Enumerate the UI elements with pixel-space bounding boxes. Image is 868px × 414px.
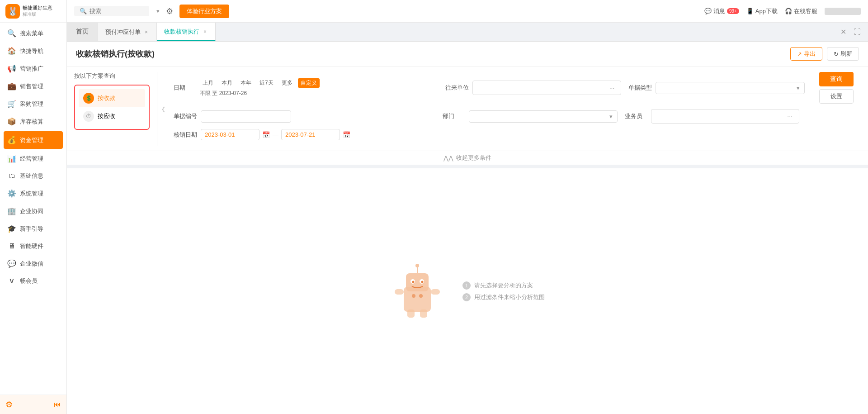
wechat-icon: 💬 [7,259,16,268]
user-profile[interactable] [825,8,861,15]
dept-select[interactable]: ▾ [469,110,617,123]
sidebar-item-quicknav[interactable]: 🏠 快捷导航 [0,42,66,60]
tabbar-expand-icon[interactable]: ⛶ [852,27,863,37]
member-icon: V [7,277,16,285]
sidebar-item-sysmanage[interactable]: ⚙️ 系统管理 [0,185,66,202]
message-button[interactable]: 💬 消息 99+ [704,7,739,15]
app-download-icon: 📱 [746,8,754,14]
topbar-search-input[interactable] [90,8,144,14]
page-header-actions: ↗ 导出 ↻ 刷新 [790,47,859,66]
form-row-2: 单据编号 部门 ▾ 业务员 ··· [174,109,861,124]
export-button[interactable]: ↗ 导出 [790,47,822,61]
collapse-conditions-bar[interactable]: ⋀⋀ 收起更多条件 [67,151,868,165]
date-custom[interactable]: 自定义 [298,78,320,88]
verify-date-end-input[interactable] [281,129,340,140]
empty-step-2: 2 用过滤条件来缩小分析范围 [462,293,545,301]
online-service-button[interactable]: 🎧 在线客服 [785,7,817,15]
bill-no-label: 单据编号 [174,112,197,120]
date-this-year[interactable]: 本年 [238,78,254,88]
filter-sidebar: 按以下方案查询 💲 按收款 ⏱ 按应收 [67,72,157,146]
topbar-search-box[interactable]: 🔍 [74,6,149,16]
hardware-icon: 🖥 [7,242,16,250]
topbar-gear-icon[interactable]: ⚙ [166,6,173,16]
user-name [825,8,861,15]
marketing-icon: 📢 [7,64,16,73]
tab-prepay[interactable]: 预付冲应付单 × [98,23,157,41]
svg-point-7 [415,264,419,267]
query-button[interactable]: 查询 [819,72,854,86]
tabbar-close-icon[interactable]: ✕ [839,27,848,37]
sidebar-item-finance[interactable]: 💰 资金管理 [4,131,63,149]
counterparty-label: 往来单位 [445,84,469,92]
sidebar-item-wechat[interactable]: 💬 企业微信 [0,255,66,272]
tab-home[interactable]: 首页 [67,23,98,41]
tab-prepay-close[interactable]: × [143,28,149,36]
tab-home-label: 首页 [76,28,89,36]
staff-ellipsis-icon[interactable]: ··· [785,112,794,121]
sidebar-label-inventory: 库存核算 [20,118,43,126]
sidebar-item-basicinfo[interactable]: 🗂 基础信息 [0,167,66,185]
svg-rect-1 [406,273,429,291]
staff-input[interactable]: ··· [651,109,799,124]
sidebar-label-sales: 销售管理 [20,82,43,90]
collapse-conditions-button[interactable]: ⋀⋀ 收起更多条件 [443,154,491,162]
bill-no-input[interactable] [201,110,291,123]
sidebar-item-search[interactable]: 🔍 搜索菜单 [0,24,66,42]
page-header: 收款核销执行(按收款) ↗ 导出 ↻ 刷新 [67,42,868,67]
staff-label: 业务员 [625,112,647,120]
sidebar-label-sysmanage: 系统管理 [20,190,43,198]
message-icon: 💬 [704,8,712,14]
sidebar-item-member[interactable]: V 畅会员 [0,272,66,290]
date-7days[interactable]: 近7天 [257,78,276,88]
bill-type-select[interactable]: ▾ [656,82,805,94]
sidebar-item-sales[interactable]: 💼 销售管理 [0,77,66,95]
query-buttons: 查询 设置 [812,72,861,104]
tab-receipt[interactable]: 收款核销执行 × [157,23,216,41]
empty-illustration [390,262,444,321]
settings-button[interactable]: 设置 [819,89,854,104]
service-label: 在线客服 [794,7,817,15]
filter-collapse-button[interactable]: 《 [157,72,166,146]
sidebar-collapse-button[interactable]: ⏮ [54,400,61,409]
verify-date-end-cal-icon[interactable]: 📅 [343,131,350,138]
refresh-button[interactable]: ↻ 刷新 [827,47,859,61]
sidebar-label-quicknav: 快捷导航 [20,47,43,55]
sidebar-item-marketing[interactable]: 📢 营销推广 [0,60,66,77]
sidebar-item-enterprise[interactable]: 🏢 企业协同 [0,202,66,220]
topbar-chevron-icon[interactable]: ▾ [156,8,160,14]
sales-icon: 💼 [7,82,16,90]
app-name-block: 畅捷通好生意 标准版 [23,5,52,17]
refresh-icon: ↻ [834,51,839,57]
sidebar-item-hardware[interactable]: 🖥 智能硬件 [0,238,66,255]
svg-point-12 [412,294,415,298]
verify-date-start-cal-icon[interactable]: 📅 [262,131,270,138]
sidebar-label-purchase: 采购管理 [20,100,43,108]
sidebar-item-inventory[interactable]: 📦 库存核算 [0,113,66,130]
inventory-icon: 📦 [7,117,16,126]
search-menu-icon: 🔍 [7,29,16,38]
page-title: 收款核销执行(按收款) [76,48,155,65]
app-name: 畅捷通好生意 [23,5,52,11]
tabbar-actions: ✕ ⛶ [839,23,868,41]
sidebar-item-purchase[interactable]: 🛒 采购管理 [0,95,66,113]
verify-date-start-input[interactable] [201,129,259,140]
filter-option-by-receipt[interactable]: 💲 按收款 [79,89,145,107]
verify-date-label: 核销日期 [174,131,197,139]
bill-no-group: 单据编号 [174,110,435,123]
empty-step-1: 1 请先选择要分析的方案 [462,281,545,290]
date-this-month[interactable]: 本月 [219,78,235,88]
sidebar-item-guide[interactable]: 🎓 新手引导 [0,220,66,238]
tab-receipt-close[interactable]: × [202,28,208,36]
sidebar-item-management[interactable]: 📊 经营管理 [0,150,66,167]
form-row-3: 核销日期 📅 — 📅 [174,129,861,140]
counterparty-input[interactable]: ··· [472,81,622,95]
filter-option-by-receivable[interactable]: ⏱ 按应收 [79,107,145,125]
counterparty-ellipsis-icon[interactable]: ··· [608,83,617,92]
step1-text: 请先选择要分析的方案 [474,281,533,290]
date-more[interactable]: 更多 [279,78,295,88]
settings-icon[interactable]: ⚙ [5,400,13,409]
app-download-button[interactable]: 📱 App下载 [746,7,778,15]
bill-type-label: 单据类型 [628,84,652,92]
date-last-month[interactable]: 上月 [200,78,216,88]
solution-button[interactable]: 体验行业方案 [179,5,229,18]
